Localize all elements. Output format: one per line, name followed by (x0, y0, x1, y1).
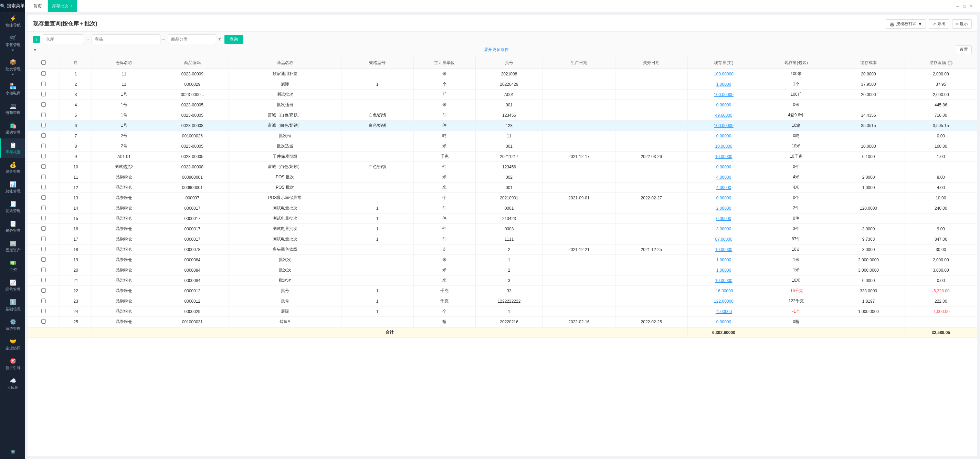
sidebar-item-ops[interactable]: 📈 经营管理 (0, 276, 25, 295)
row-qty-main[interactable]: 10.00000 (687, 276, 760, 286)
sidebar-item-tax[interactable]: 📑 税务管理 (0, 217, 25, 237)
sidebar-item-cloud-app[interactable]: ☁️ 云应用 (0, 374, 25, 394)
row-checkbox[interactable] (27, 69, 60, 79)
total-cost-info-icon[interactable]: ⓘ (948, 61, 953, 65)
row-total-cost: 3,000.00 (905, 265, 977, 276)
row-qty-main[interactable]: 122.00000 (687, 296, 760, 306)
sidebar-item-mini-shop[interactable]: 🏪 小柜电商 (0, 80, 25, 99)
row-code: 000900001 (156, 172, 229, 183)
row-checkbox[interactable] (27, 183, 60, 193)
export-button[interactable]: ↗ 导出 (929, 19, 949, 29)
row-qty-main[interactable]: 0.00000 (687, 317, 760, 327)
sidebar-item-finance[interactable]: 💰 资金管理 (0, 158, 25, 178)
row-unit: 米 (414, 172, 476, 183)
row-checkbox[interactable] (27, 89, 60, 100)
row-qty-main[interactable]: 0.00000 (687, 100, 760, 110)
row-qty-main[interactable]: 3.00000 (687, 224, 760, 234)
row-checkbox[interactable] (27, 317, 60, 327)
row-checkbox[interactable] (27, 193, 60, 203)
select-all-checkbox[interactable] (41, 60, 46, 65)
row-checkbox[interactable] (27, 296, 60, 306)
row-checkbox[interactable] (27, 162, 60, 172)
row-checkbox[interactable] (27, 100, 60, 110)
row-checkbox[interactable] (27, 224, 60, 234)
col-header-code: 商品编码 (156, 57, 229, 69)
row-qty-main[interactable]: 100.00000 (687, 89, 760, 100)
row-checkbox[interactable] (27, 214, 60, 224)
row-qty-main[interactable]: 1.00000 (687, 265, 760, 276)
row-checkbox[interactable] (27, 234, 60, 244)
row-checkbox[interactable] (27, 151, 60, 162)
sidebar-item-ecommerce[interactable]: 💻 电商管理 (0, 99, 25, 119)
row-checkbox[interactable] (27, 306, 60, 317)
window-minimize-button[interactable]: ─ (954, 3, 961, 9)
row-qty-main[interactable]: 0.00000 (687, 131, 760, 141)
window-maximize-button[interactable]: □ (961, 3, 968, 9)
row-qty-main[interactable]: 87.00000 (687, 234, 760, 244)
sidebar-item-enterprise[interactable]: 🤝 企业协同 (0, 335, 25, 354)
settings-gear-button[interactable]: ⚙️ (0, 448, 25, 456)
sidebar-item-base-info[interactable]: ℹ️ 基础信息 (0, 295, 25, 315)
sidebar-item-new-guide[interactable]: 🎯 新手引导 (0, 354, 25, 374)
row-checkbox[interactable] (27, 79, 60, 89)
row-qty-main[interactable]: 49.60000 (687, 110, 760, 121)
row-qty-main[interactable]: 100.00000 (687, 69, 760, 79)
row-qty-main[interactable]: 10.00000 (687, 244, 760, 255)
table-row: 2 11 0000029 展际 1 个 20220429 1.00000 1个 … (27, 79, 977, 89)
row-qty-main[interactable]: 0.00000 (687, 162, 760, 172)
window-close-button[interactable]: × (968, 3, 975, 9)
settings-button[interactable]: 设置 (956, 45, 972, 54)
expand-button[interactable]: › (33, 36, 40, 43)
row-checkbox[interactable] (27, 276, 60, 286)
product-input[interactable] (92, 34, 161, 44)
table-row: 4 1号 0023-00005 批次适当 米 001 0.00000 0米 44… (27, 100, 977, 110)
search-menu-button[interactable]: 🔍 搜索菜单 (0, 0, 25, 12)
row-qty-stock: -16千克 (760, 286, 832, 296)
row-checkbox[interactable] (27, 121, 60, 131)
row-qty-main[interactable]: -1.00000 (687, 306, 760, 317)
sidebar-item-salary[interactable]: 💵 工资 (0, 256, 25, 276)
row-checkbox[interactable] (27, 203, 60, 214)
sidebar-item-general[interactable]: 📊 总账管理 (0, 178, 25, 197)
sidebar-item-retail[interactable]: 🛒 零售管理 ▼ (0, 31, 25, 56)
ops-icon: 📈 (10, 279, 16, 286)
sidebar-item-purchase[interactable]: 🛍️ 采购管理 (0, 119, 25, 139)
row-checkbox[interactable] (27, 286, 60, 296)
row-qty-main[interactable]: 100.00000 (687, 121, 760, 131)
warehouse-input[interactable] (43, 34, 84, 44)
query-button[interactable]: 查询 (224, 35, 243, 44)
row-qty-main[interactable]: 4.00000 (687, 183, 760, 193)
tab-close-button[interactable]: × (70, 4, 73, 8)
row-qty-main[interactable]: 1.00000 (687, 79, 760, 89)
row-qty-main[interactable]: -16.00000 (687, 286, 760, 296)
category-input[interactable] (168, 34, 216, 44)
sidebar-item-invoice[interactable]: 🧾 发票管理 (0, 197, 25, 217)
row-checkbox[interactable] (27, 110, 60, 121)
sidebar-item-fixed-assets[interactable]: 🏢 固定资产 (0, 237, 25, 256)
col-header-num: 序 (60, 57, 92, 69)
tab-inventory-batch[interactable]: 库存批次 × (48, 0, 77, 12)
tab-home[interactable]: 首页 (27, 0, 48, 12)
sidebar-item-quick-nav[interactable]: ⚡ 快捷导航 (0, 12, 25, 31)
sidebar-item-sys-admin[interactable]: ⚙️ 系统管理 (0, 315, 25, 335)
row-qty-main[interactable]: 4.00000 (687, 172, 760, 183)
row-checkbox[interactable] (27, 141, 60, 151)
row-qty-main[interactable]: 0.00000 (687, 193, 760, 203)
row-qty-main[interactable]: 2.00000 (687, 203, 760, 214)
row-checkbox[interactable] (27, 265, 60, 276)
row-qty-main[interactable]: 0.00000 (687, 214, 760, 224)
row-checkbox[interactable] (27, 131, 60, 141)
sidebar-item-wholesale[interactable]: 📦 批发管理 ▼ (0, 56, 25, 80)
print-button[interactable]: 🖨️ 按模板打印 ▼ (886, 19, 926, 29)
row-qty-main[interactable]: 1.00000 (687, 255, 760, 265)
row-spec (341, 255, 414, 265)
display-button[interactable]: ≡ 显示 (952, 19, 972, 29)
expand-more-button[interactable]: 展开更多条件 (484, 47, 509, 53)
row-qty-main[interactable]: 10.00000 (687, 141, 760, 151)
row-qty-main[interactable]: 10.00000 (687, 151, 760, 162)
row-checkbox[interactable] (27, 255, 60, 265)
row-checkbox[interactable] (27, 244, 60, 255)
sys-admin-icon: ⚙️ (10, 319, 16, 325)
sidebar-item-inventory[interactable]: 📋 库存核查 (0, 139, 25, 158)
row-checkbox[interactable] (27, 172, 60, 183)
